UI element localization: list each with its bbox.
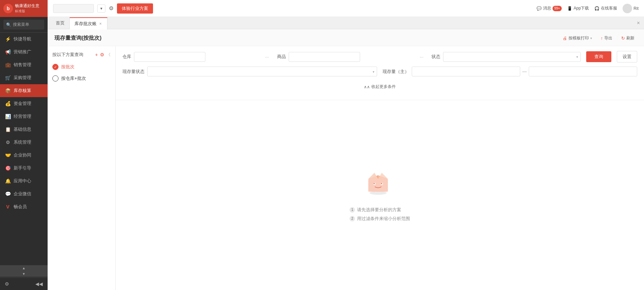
app-name: 畅康通好生意 <box>15 3 39 9</box>
empty-step-1: 1 请先选择要分析的方案 <box>350 207 410 213</box>
stock-status-select-wrapper: ▾ <box>147 67 377 76</box>
headset-icon: 🎧 <box>594 6 599 11</box>
refresh-icon: ↻ <box>621 36 625 41</box>
sidebar-item-quick-nav[interactable]: ⚡ 快捷导航 <box>0 33 48 46</box>
tab-home[interactable]: 首页 <box>51 17 70 29</box>
product-more-icon: ··· <box>420 54 424 59</box>
user-avatar <box>623 4 632 13</box>
empty-state: 1 请先选择要分析的方案 2 用过滤条件来缩小分析范围 <box>116 100 644 290</box>
sidebar-header: b 畅康通好生意 标准版 <box>0 0 48 17</box>
topbar-left: ▾ ⚙ 体验行业方案 <box>53 3 153 14</box>
export-icon: ↑ <box>601 36 603 41</box>
add-scheme-button[interactable]: + <box>95 52 98 58</box>
sidebar: b 畅康通好生意 标准版 🔍 搜索菜单 ⚡ 快捷导航 📢 营销推广 💼 销售管理… <box>0 0 48 290</box>
tab-close-button[interactable]: × <box>99 21 102 26</box>
inventory-icon: 📦 <box>5 88 11 94</box>
warehouse-input[interactable] <box>134 52 205 62</box>
refresh-button[interactable]: ↻ 刷新 <box>618 34 637 42</box>
stock-qty-label: 现存量（主） <box>383 69 409 75</box>
sidebar-item-enterprise-wechat[interactable]: 💬 企业微信 <box>0 187 48 200</box>
footer-collapse-icon[interactable]: ◀◀ <box>35 281 43 287</box>
status-label: 状态 <box>431 54 440 60</box>
system-icon: ⚙ <box>5 139 11 145</box>
base-icon: 📋 <box>5 126 11 132</box>
empty-illustration <box>363 166 397 200</box>
purchase-icon: 🛒 <box>5 75 11 81</box>
member-icon: V <box>5 204 11 210</box>
filter-left-panel: 按以下方案查询 + ⚙ 《 ✓ 按批次 按仓库+批次 <box>48 46 116 290</box>
sidebar-footer: ⚙ ◀◀ <box>0 277 48 290</box>
trial-button[interactable]: 体验行业方案 <box>117 3 153 14</box>
phone-icon: 📱 <box>567 6 572 11</box>
user-profile-button[interactable]: Rit <box>623 4 639 13</box>
topbar-dropdown-button[interactable]: ▾ <box>97 4 105 13</box>
product-label: 商品 <box>277 54 286 60</box>
sidebar-item-guide[interactable]: 🎯 新手引导 <box>0 162 48 175</box>
sidebar-item-purchase[interactable]: 🛒 采购管理 <box>0 71 48 84</box>
tab-inventory-batch[interactable]: 库存批次账 × <box>70 17 107 30</box>
svg-point-9 <box>381 183 382 184</box>
box-svg <box>363 166 393 197</box>
sidebar-item-system[interactable]: ⚙ 系统管理 <box>0 136 48 149</box>
sidebar-item-finance[interactable]: 💰 资金管理 <box>0 97 48 110</box>
scheme-settings-button[interactable]: ⚙ <box>100 52 104 58</box>
print-button[interactable]: 🖨 按模板打印 ▾ <box>560 34 595 42</box>
sidebar-item-base[interactable]: 📋 基础信息 <box>0 123 48 136</box>
message-icon: 💬 <box>537 6 542 11</box>
status-field: 状态 ▾ <box>431 52 581 62</box>
page-header: 现存量查询(按批次) 🖨 按模板打印 ▾ ↑ 导出 ↻ 刷新 <box>48 29 644 46</box>
footer-settings-icon[interactable]: ⚙ <box>5 281 9 287</box>
scheme-option-by-batch[interactable]: ✓ 按批次 <box>48 61 115 73</box>
product-input[interactable] <box>289 52 360 62</box>
settings-button[interactable]: 设置 <box>617 51 637 62</box>
collapse-panel-button[interactable]: 《 <box>106 52 111 58</box>
empty-instructions: 1 请先选择要分析的方案 2 用过滤条件来缩小分析范围 <box>350 207 410 224</box>
stock-qty-min-input[interactable] <box>412 67 520 76</box>
online-service-button[interactable]: 🎧 在线客服 <box>594 5 617 11</box>
sidebar-item-marketing[interactable]: 📢 营销推广 <box>0 46 48 58</box>
print-dropdown-icon: ▾ <box>590 36 592 40</box>
sidebar-item-enterprise[interactable]: 🤝 企业协同 <box>0 149 48 162</box>
page-content: 现存量查询(按批次) 🖨 按模板打印 ▾ ↑ 导出 ↻ 刷新 <box>48 29 644 290</box>
search-menu-button[interactable]: 🔍 搜索菜单 <box>3 20 44 30</box>
scroll-down-button[interactable]: ▼ <box>0 271 48 277</box>
scheme-option-by-warehouse-batch[interactable]: 按仓库+批次 <box>48 73 115 84</box>
sidebar-item-operations[interactable]: 📊 经营管理 <box>0 110 48 123</box>
topbar-settings-button[interactable]: ⚙ <box>109 5 114 12</box>
app-logo: b <box>3 4 13 13</box>
sidebar-item-inventory[interactable]: 📦 库存核算 <box>0 84 48 97</box>
app-version: 标准版 <box>15 9 39 14</box>
product-field-wrapper: ··· <box>289 52 426 62</box>
sidebar-nav: ⚡ 快捷导航 📢 营销推广 💼 销售管理 🛒 采购管理 📦 库存核算 💰 资金管… <box>0 33 48 265</box>
sidebar-item-app-center[interactable]: 🔔 应用中心 <box>0 175 48 187</box>
scheme-radio-by-batch: ✓ <box>52 64 58 70</box>
messages-button[interactable]: 💬 消息 99+ <box>537 5 562 11</box>
sidebar-item-member[interactable]: V 畅会员 <box>0 200 48 213</box>
scheme-radio-by-warehouse-batch <box>52 75 58 81</box>
topbar-right: 💬 消息 99+ 📱 App下载 🎧 在线客服 Rit <box>537 4 639 13</box>
enterprise-icon: 🤝 <box>5 152 11 158</box>
sidebar-item-sales[interactable]: 💼 销售管理 <box>0 58 48 71</box>
export-button[interactable]: ↑ 导出 <box>598 34 615 42</box>
filter-left-header: 按以下方案查询 + ⚙ 《 <box>48 50 115 61</box>
query-button[interactable]: 查询 <box>586 51 611 62</box>
svg-rect-1 <box>368 179 388 192</box>
tabs-close-all-button[interactable]: × <box>637 20 640 26</box>
collapse-more-button[interactable]: ∧∧ 收起更多条件 <box>364 82 396 92</box>
stock-qty-max-input[interactable] <box>529 67 637 76</box>
empty-step-2: 2 用过滤条件来缩小分析范围 <box>350 216 410 222</box>
step-number-1: 1 <box>350 207 355 213</box>
warehouse-label: 仓库 <box>122 54 131 60</box>
step-number-2: 2 <box>350 216 355 221</box>
filter-left-actions: + ⚙ 《 <box>95 52 111 58</box>
topbar-search-input[interactable] <box>53 4 94 13</box>
scroll-up-button[interactable]: ▲ <box>0 265 48 271</box>
quick-nav-icon: ⚡ <box>5 36 11 42</box>
status-select[interactable] <box>443 52 581 62</box>
warehouse-field-wrapper: ··· <box>134 52 272 62</box>
filter-body: 按以下方案查询 + ⚙ 《 ✓ 按批次 按仓库+批次 <box>48 46 644 290</box>
app-download-button[interactable]: 📱 App下载 <box>567 5 589 11</box>
app-center-icon: 🔔 <box>5 178 11 184</box>
stock-status-select[interactable] <box>147 67 377 76</box>
svg-point-8 <box>374 183 375 184</box>
